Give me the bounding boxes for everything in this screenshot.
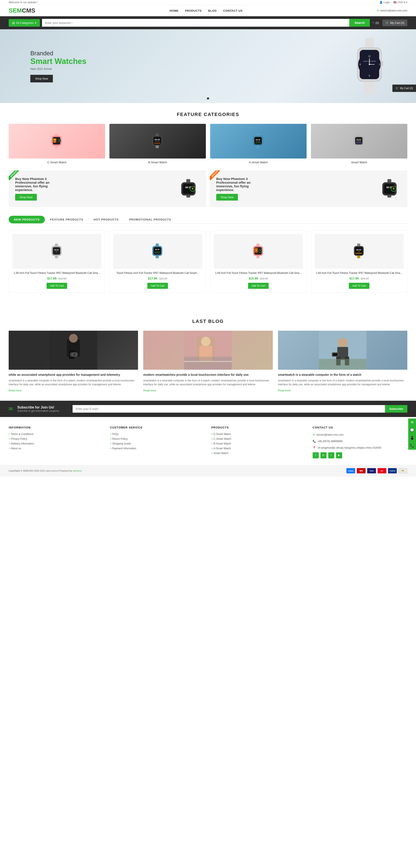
blog-img-1	[143, 331, 273, 370]
side-skype-icon[interactable]: 💬	[408, 426, 416, 434]
tab-promotional-products[interactable]: PROMOTIONAL PRODUCTS	[124, 216, 176, 223]
svg-rect-45	[355, 143, 362, 143]
footer-faqs[interactable]: FAQs	[110, 433, 205, 436]
my-cart-float[interactable]: 🛒 My Cart (0)	[392, 85, 416, 92]
subscribe-button[interactable]: Subscribe	[385, 405, 407, 413]
side-phone-icon[interactable]: 📞	[408, 442, 416, 450]
main-nav: HOME PRODUCTS BLOG CONTACT US	[170, 9, 243, 12]
promo-btn-1[interactable]: Shop Now	[216, 194, 238, 200]
side-email-icon[interactable]: ✉	[408, 418, 416, 426]
product-img-2: 10	[214, 234, 303, 269]
footer-product-smart[interactable]: Smart Watch	[211, 452, 306, 455]
footer-product-a[interactable]: A-Smart Watch	[211, 447, 306, 450]
product-card-2[interactable]: 10 1.69 Inch Full Touch Fitness Tracker …	[210, 230, 307, 292]
promo-badge-0: 50%OFF	[9, 170, 20, 180]
subscribe-input[interactable]	[73, 405, 385, 413]
social-twitter[interactable]: t	[328, 452, 334, 458]
category-card-3[interactable]: 08:30 FRI 08.30 Smart Watch	[311, 124, 407, 164]
email-icon: ✉	[377, 9, 379, 12]
header: SEMCMS HOME PRODUCTS BLOG CONTACT US ✉ s…	[0, 5, 416, 16]
svg-point-11	[369, 64, 370, 65]
blog-grid: while an associated smartphone app provi…	[9, 331, 407, 392]
read-more-0[interactable]: Read more	[9, 389, 22, 392]
blog-excerpt-0: smartwatch is a wearable computer in the…	[9, 379, 138, 386]
social-icons: f in t ▶	[313, 452, 408, 458]
payment-mastercard: MC	[377, 468, 386, 473]
svg-rect-97	[184, 361, 232, 362]
promo-title-0: Buy Now Phantom 3 Professinonal offer an…	[15, 177, 59, 192]
category-name-3: Smart Watch	[311, 161, 407, 164]
tab-hot-products[interactable]: HOT PRODUCTS	[89, 216, 124, 223]
add-to-cart-3[interactable]: Add To Cart	[349, 283, 370, 289]
svg-text:10: 10	[54, 139, 56, 141]
footer-terms[interactable]: Terms & Conditions	[9, 433, 104, 436]
cart-button[interactable]: 🛒 My Cart (0)	[382, 20, 407, 26]
nav-products[interactable]: PRODUCTS	[185, 9, 202, 12]
promo-btn-0[interactable]: Shop Now	[15, 194, 37, 200]
hero-cta-button[interactable]: Shop Now	[30, 75, 53, 83]
nav-blog[interactable]: BLOG	[208, 9, 217, 12]
social-youtube[interactable]: ▶	[336, 452, 342, 458]
footer-about[interactable]: About us	[9, 447, 104, 450]
category-card-0[interactable]: 10 SAT C-Smart Watch	[9, 124, 105, 164]
category-img-1: 08:35 SUN 08.30	[109, 124, 206, 158]
footer-products: PRODUCTS D Smart Watch C-Smart Watch B-S…	[211, 426, 306, 458]
currency-selector[interactable]: 🇺🇸 USD $ ▾	[393, 1, 407, 4]
footer-email-icon: ✉	[313, 433, 315, 437]
category-name-1: B-Smart Watch	[109, 161, 206, 164]
nav-contact[interactable]: CONTACT US	[223, 9, 242, 12]
footer-privacy[interactable]: Privacy Policy	[9, 437, 104, 440]
search-wrapper: Search	[42, 19, 370, 27]
footer-info-title: INFORMATION	[9, 426, 104, 429]
search-input[interactable]	[42, 19, 349, 27]
logo[interactable]: SEMCMS	[9, 7, 35, 14]
tab-feature-products[interactable]: FEATURE PRODUCTS	[45, 216, 89, 223]
category-card-2[interactable]: 08:30 SUN 08.30 A-Smart Watch	[210, 124, 307, 164]
svg-text:08:30: 08:30	[356, 139, 361, 141]
footer-delivery[interactable]: Delivery Information	[9, 442, 104, 445]
product-name-3: 1.69 Inch Full Touch Fitness Tracker IP6…	[315, 271, 404, 275]
copyright-link[interactable]: semcms	[73, 469, 82, 472]
search-button[interactable]: Search	[349, 19, 370, 27]
add-to-cart-2[interactable]: Add To Cart	[248, 283, 269, 289]
categories-grid: 10 SAT C-Smart Watch 08:35 SUN 08	[9, 124, 407, 164]
footer-return[interactable]: Return Policy	[110, 437, 205, 440]
payment-unionpay: 银联	[357, 468, 366, 473]
categories-button[interactable]: ▤ All Categories ▾	[9, 19, 40, 27]
hero-line2: Smart Watches	[30, 57, 86, 66]
category-card-1[interactable]: 08:35 SUN 08.30 B-Smart Watch	[109, 124, 206, 164]
product-img-1: 08:30 SUN 08.30	[113, 234, 202, 269]
product-card-1[interactable]: 08:30 SUN 08.30 Touch Fitness Inch Full …	[109, 230, 206, 292]
social-linkedin[interactable]: in	[320, 452, 326, 458]
footer-shopping[interactable]: Shopping Guide	[110, 442, 205, 445]
read-more-1[interactable]: Read more	[143, 389, 156, 392]
category-img-2: 08:30 SUN 08.30	[210, 124, 307, 158]
side-whatsapp-icon[interactable]: 📱	[408, 434, 416, 442]
social-facebook[interactable]: f	[313, 452, 319, 458]
read-more-2[interactable]: Read more	[278, 389, 291, 392]
blog-title-0: while an associated smartphone app provi…	[9, 373, 138, 377]
promo-text-0: Buy Now Phantom 3 Professinonal offer an…	[15, 177, 59, 200]
footer-product-b[interactable]: B-Smart Watch	[211, 442, 306, 445]
hero-dot-1[interactable]	[207, 97, 209, 99]
footer-product-d[interactable]: D Smart Watch	[211, 433, 306, 436]
blog-title-1: modern smartwatches provide a local touc…	[143, 373, 273, 377]
footer-payment[interactable]: Payment Information	[110, 447, 205, 450]
tab-new-products[interactable]: NEW PRODUCTS	[9, 216, 45, 223]
add-to-cart-0[interactable]: Add To Cart	[46, 283, 67, 289]
nav-home[interactable]: HOME	[170, 9, 178, 12]
product-card-3[interactable]: 08:35 SUN 1.69 Inch Full Touch Fitness T…	[311, 230, 407, 292]
blog-title: LAST BLOG	[9, 318, 407, 324]
blog-title-2: smartwatch is a wearable computer in the…	[278, 373, 407, 377]
footer-location-icon: 📍	[313, 445, 316, 451]
svg-rect-32	[154, 143, 160, 144]
login-btn[interactable]: 👤 Login	[379, 1, 390, 4]
footer-contact-title: CONTACT US	[313, 426, 408, 429]
wishlist-btn[interactable]: ♡ (0)	[372, 21, 379, 25]
footer-product-c[interactable]: C-Smart Watch	[211, 437, 306, 440]
add-to-cart-1[interactable]: Add To Cart	[147, 283, 168, 289]
product-card-0[interactable]: 08:30 FRI 1.69 Inch Full Touch Fitness T…	[9, 230, 105, 292]
footer-contact-details: ✉ service@sem-cms.com 📞 +86 (0576) 88888…	[313, 433, 408, 458]
svg-text:08:30: 08:30	[54, 249, 59, 251]
product-tabs: NEW PRODUCTS FEATURE PRODUCTS HOT PRODUC…	[9, 216, 407, 224]
